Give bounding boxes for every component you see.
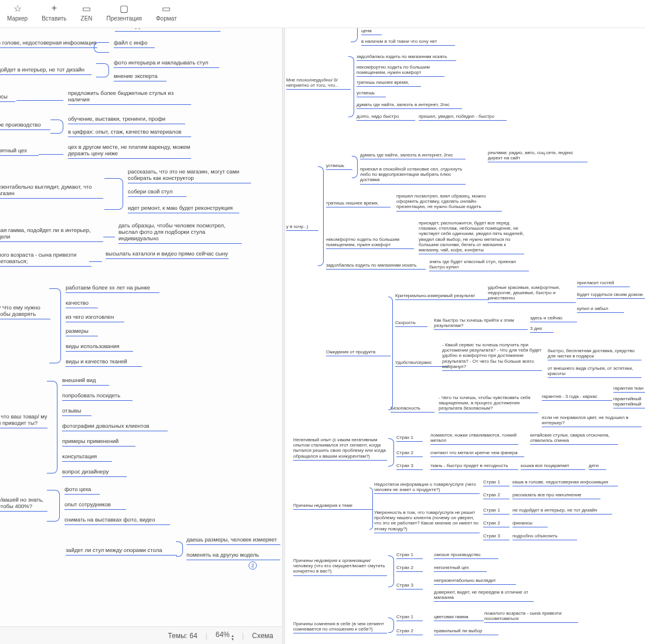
node[interactable]: думать где найти, залезть в интернет, 2г…: [360, 151, 466, 159]
node[interactable]: ломаются, ножки отваливаются, тонкий мет…: [430, 431, 518, 445]
node[interactable]: Скорость: [395, 319, 427, 327]
node[interactable]: , что ваш товар/ му и приводит ты?: [0, 413, 47, 428]
node[interactable]: задолбалась ездить по магазинам искать: [326, 261, 426, 270]
node[interactable]: обучение, выставки, тренинги, профи: [68, 115, 185, 124]
node[interactable]: гарантийный гарантийный: [613, 395, 645, 408]
node[interactable]: Страх 2: [396, 627, 423, 635]
collapse-indicator[interactable]: 2: [249, 561, 257, 570]
node[interactable]: с/вашей но знать, чтобы 400%?: [0, 496, 47, 512]
node[interactable]: купил и забыл: [577, 305, 624, 313]
node[interactable]: Недостаток информации о товаре/услуге (ч…: [374, 481, 480, 494]
node[interactable]: Причины недоверия к теме: [293, 502, 372, 510]
node[interactable]: из чего изготовлен: [66, 313, 124, 322]
node[interactable]: пригласит гостей: [577, 279, 630, 287]
node[interactable]: рассказать все про наполнение: [512, 491, 600, 499]
node[interactable]: удобные красивые, комфортные, недорогие,…: [488, 284, 576, 303]
node[interactable]: Страх 3: [396, 581, 423, 590]
node[interactable]: Будет гордиться своим домом: [577, 291, 645, 299]
node[interactable]: опыт сотрудников: [64, 500, 126, 510]
node[interactable]: высылать каталоги и видео прямо сейчас с…: [106, 250, 229, 259]
node[interactable]: консультация: [62, 452, 112, 462]
node[interactable]: китайские стулья, сварка отскочила, отва…: [530, 431, 618, 445]
node[interactable]: собери свой стул: [128, 188, 186, 197]
node[interactable]: считают что металл крепче чем фанера: [430, 449, 524, 457]
node[interactable]: задолбалась ездить по магазинам искать: [357, 53, 456, 61]
node[interactable]: своими руками: [115, 28, 220, 32]
node[interactable]: идет ремонт, к маю будет реконструкция: [128, 204, 239, 213]
node[interactable]: поменять на другую модель: [186, 551, 280, 560]
node[interactable]: тратишь лишнее время,: [326, 199, 391, 207]
node[interactable]: у в хочу...): [286, 223, 318, 231]
node[interactable]: Страх 2: [483, 491, 510, 499]
node[interactable]: Мне плохо/неудобно/ 0/неприятно от того,…: [286, 76, 351, 90]
mindmap-canvas-left[interactable]: своими руками в голове, недостоверная ин…: [0, 28, 281, 625]
node[interactable]: даешь размеры, человек измеряет: [186, 536, 280, 545]
node[interactable]: качество: [66, 299, 98, 308]
node[interactable]: Безопасность: [391, 404, 434, 413]
node[interactable]: нятный цех: [0, 146, 39, 156]
node[interactable]: Критериально-измеримый результат: [395, 292, 489, 300]
node[interactable]: снимать на выставках фото, видео: [64, 516, 170, 525]
node[interactable]: цветовая гамма: [434, 613, 484, 621]
node[interactable]: финансы: [512, 519, 548, 527]
mindmap-canvas-right[interactable]: внешний вид цена в наличии в той ткани ч…: [285, 0, 645, 644]
node[interactable]: Причины недоверия к организации/ человек…: [293, 557, 387, 576]
node[interactable]: примеры применений: [62, 437, 135, 447]
node[interactable]: рассказать, что это не магазин, могут са…: [128, 168, 251, 183]
node[interactable]: вая гамма, подойдет ли в интерьер, дели: [0, 226, 103, 242]
marker-button[interactable]: ☆Маркер: [0, 1, 35, 23]
node[interactable]: знать где будет классный стул, приехал б…: [429, 258, 529, 271]
node[interactable]: размеры: [66, 327, 98, 336]
node[interactable]: работаем более хх лет на рынке: [66, 284, 159, 293]
node[interactable]: Страх 2: [396, 449, 423, 457]
node[interactable]: дети: [589, 462, 606, 470]
node[interactable]: Страх 2: [483, 519, 510, 527]
node[interactable]: пришел, увидел, победил - быстро: [419, 113, 507, 121]
node[interactable]: правильный ли выбор: [434, 627, 498, 635]
node[interactable]: Страх 1: [396, 434, 423, 442]
node[interactable]: гарантия - 3 года - каркас: [542, 393, 612, 401]
node[interactable]: быстро, бесплатная доставка, средство дл…: [548, 347, 641, 360]
node[interactable]: внешний вид: [62, 376, 109, 386]
node[interactable]: непрезентабольно выглядит: [434, 577, 516, 585]
node[interactable]: Уверенность в том, что товар/услуга не р…: [374, 509, 480, 533]
node[interactable]: устаешь: [326, 162, 352, 170]
node[interactable]: - Какой сервис ты хочешь получить при до…: [442, 341, 542, 371]
node[interactable]: мнение эксперта: [114, 72, 167, 81]
node[interactable]: дойдет в интерьер, не тот дизайн: [0, 66, 91, 75]
node[interactable]: непонятный цех: [434, 564, 487, 572]
node[interactable]: цена: [361, 27, 382, 35]
node[interactable]: цех в другом месте, не платим варенду, м…: [68, 143, 191, 159]
node[interactable]: предложить более бюджетные стулья из нал…: [68, 89, 191, 105]
node[interactable]: ? Что ему нужно тобы доверять: [0, 304, 50, 319]
node[interactable]: тратишь лишнее время,: [357, 79, 421, 87]
node[interactable]: лого возраста - сына привезти ветоваться…: [0, 251, 91, 267]
node[interactable]: зайдет ли стул между опорами стола: [66, 546, 177, 556]
node[interactable]: фотографии довольных клиентов: [62, 422, 168, 431]
node[interactable]: омское производство: [434, 551, 498, 559]
node[interactable]: виды использования: [66, 342, 133, 352]
node[interactable]: вопрос дизайнеру: [62, 468, 127, 477]
node[interactable]: Страх 3: [396, 462, 423, 470]
node[interactable]: пришел посмотрел, взял образец, можно оф…: [396, 192, 502, 212]
node[interactable]: Страх 2: [396, 564, 423, 572]
node[interactable]: реклама: радио, авто, соц.сети, яндекс д…: [488, 149, 588, 162]
node[interactable]: фото интерьера и накладывать стул: [114, 59, 219, 68]
node[interactable]: некомфортно ходить по большим помещениям…: [326, 236, 414, 249]
node[interactable]: Страх 1: [483, 506, 510, 514]
node[interactable]: Страх 1: [396, 551, 423, 559]
node[interactable]: Удобство/сервис: [395, 359, 448, 367]
node[interactable]: файл с инфо: [114, 39, 155, 48]
node[interactable]: доверяют, видят, не переедем в отличие о…: [434, 588, 534, 602]
node[interactable]: Страх 1: [396, 613, 423, 621]
node[interactable]: Ожидания от продукта: [326, 348, 391, 356]
node[interactable]: ое производство: [0, 121, 50, 130]
node[interactable]: каша в голове, недостоверная инфоомация: [512, 478, 618, 486]
node[interactable]: приехал в спокойной остановке сел, отдох…: [360, 165, 466, 185]
node[interactable]: фото цеха: [64, 485, 100, 495]
node[interactable]: 3 дня: [530, 325, 554, 333]
presentation-button[interactable]: ▢Презентация: [100, 1, 149, 23]
node[interactable]: кошка все поцарапает: [521, 462, 585, 470]
node[interactable]: пожилого возраста - сына привезти посове…: [484, 609, 578, 623]
node[interactable]: отзывы: [62, 407, 91, 416]
